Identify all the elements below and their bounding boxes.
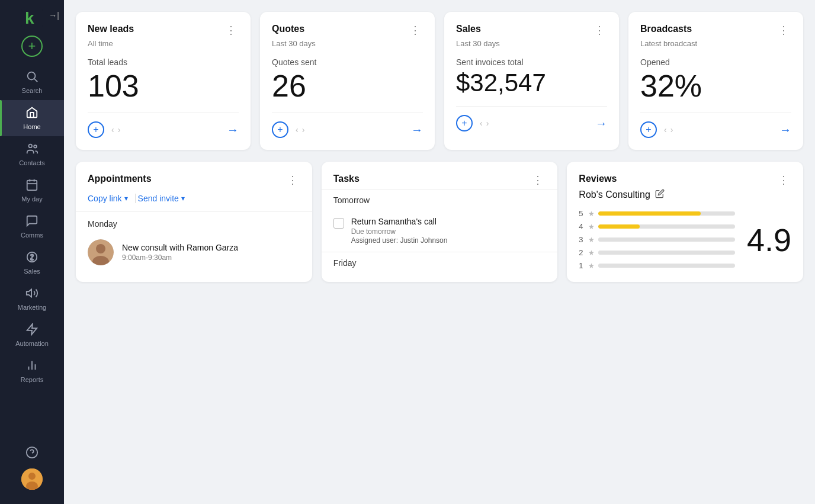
reviews-edit-icon[interactable] [655, 189, 665, 201]
broadcasts-add-button[interactable]: + [640, 121, 657, 138]
quotes-metric-value: 26 [272, 69, 423, 103]
broadcasts-title: Broadcasts [640, 24, 692, 34]
quotes-arrow-button[interactable]: → [411, 123, 423, 137]
quotes-more-button[interactable]: ⋮ [408, 24, 423, 37]
quotes-card-footer: + ‹ › → [272, 113, 423, 138]
broadcasts-card-header: Broadcasts ⋮ [640, 24, 791, 37]
sidebar-item-comms[interactable]: Comms [0, 208, 64, 245]
reviews-card-header: Reviews ⋮ [579, 174, 791, 187]
broadcasts-arrow-button[interactable]: → [779, 123, 791, 137]
send-invite-button[interactable]: Send invite ▾ [138, 194, 190, 203]
sidebar-collapse-button[interactable]: →| [49, 11, 59, 20]
review-bar-track-3 [598, 237, 735, 242]
svg-line-3 [34, 79, 37, 82]
task-checkbox[interactable] [333, 218, 344, 229]
appointment-avatar [88, 239, 114, 265]
sidebar-item-automation[interactable]: Automation [0, 317, 64, 353]
quotes-card-header: Quotes ⋮ [272, 24, 423, 37]
sales-metric-value: $32,547 [456, 69, 607, 97]
review-bar-4: 4 ★ [579, 222, 735, 231]
task-item: Return Samantha's call Due tomorrow Assi… [322, 210, 558, 252]
new-leads-prev-button[interactable]: ‹ [111, 125, 114, 134]
review-bar-1: 1 ★ [579, 261, 735, 270]
app-logo: k [21, 7, 43, 31]
sidebar-item-marketing[interactable]: Marketing [0, 281, 64, 317]
sales-prev-button[interactable]: ‹ [480, 118, 483, 128]
sidebar-item-contacts[interactable]: Contacts [0, 136, 64, 172]
task-due: Due tomorrow [351, 227, 448, 236]
sidebar-nav: Search Home Contacts My day [0, 64, 64, 446]
sales-card-footer: + ‹ › → [456, 106, 607, 131]
appointments-more-button[interactable]: ⋮ [285, 174, 300, 187]
new-leads-card: New leads ⋮ All time Total leads 103 + ‹… [76, 12, 251, 150]
svg-rect-6 [27, 181, 37, 191]
reviews-bars: 5 ★ 4 ★ 3 ★ [579, 209, 735, 270]
quotes-next-button[interactable]: › [302, 125, 305, 134]
calendar-icon [25, 178, 38, 193]
new-leads-arrow-button[interactable]: → [227, 123, 239, 137]
svg-marker-11 [27, 290, 31, 297]
svg-point-19 [28, 473, 36, 480]
review-bar-track-2 [598, 251, 735, 255]
broadcasts-nav: ‹ › [664, 125, 673, 134]
tasks-card: Tasks ⋮ Tomorrow Return Samantha's call … [322, 162, 558, 282]
quotes-title: Quotes [272, 24, 304, 34]
user-avatar[interactable] [21, 468, 43, 490]
sidebar-item-my-day[interactable]: My day [0, 172, 64, 208]
sidebar-item-sales[interactable]: Sales [0, 245, 64, 281]
reviews-card: Reviews ⋮ Rob's Consulting 5 ★ [567, 162, 803, 282]
sales-arrow-button[interactable]: → [595, 117, 607, 130]
review-bar-track-4 [598, 224, 735, 229]
sales-next-button[interactable]: › [486, 118, 489, 128]
search-icon [25, 70, 38, 85]
sales-more-button[interactable]: ⋮ [592, 24, 607, 37]
broadcasts-card: Broadcasts ⋮ Latest broadcast Opened 32%… [628, 12, 803, 150]
broadcasts-subtitle: Latest broadcast [640, 39, 791, 48]
broadcasts-next-button[interactable]: › [670, 125, 673, 134]
reviews-content: 5 ★ 4 ★ 3 ★ [579, 209, 791, 270]
svg-point-2 [28, 72, 36, 80]
sidebar-item-reports[interactable]: Reports [0, 353, 64, 389]
new-leads-metric-value: 103 [88, 69, 239, 103]
appointments-card: Appointments ⋮ Copy link ▾ Send invite ▾… [76, 162, 312, 282]
reviews-title: Reviews [579, 174, 617, 184]
new-leads-add-button[interactable]: + [88, 121, 104, 138]
tasks-more-button[interactable]: ⋮ [530, 174, 546, 187]
add-button[interactable]: + [21, 36, 43, 57]
comms-icon [25, 214, 38, 229]
copy-link-chevron-icon: ▾ [124, 194, 128, 203]
appointment-time: 9:00am-9:30am [122, 253, 238, 262]
svg-text:k: k [25, 9, 34, 27]
review-bar-3: 3 ★ [579, 235, 735, 244]
help-button[interactable] [25, 446, 38, 461]
quotes-metric-label: Quotes sent [272, 57, 423, 67]
reports-icon [25, 359, 38, 374]
new-leads-more-button[interactable]: ⋮ [223, 24, 239, 37]
appointments-title: Appointments [88, 174, 152, 184]
quotes-card: Quotes ⋮ Last 30 days Quotes sent 26 + ‹… [260, 12, 435, 150]
appointment-item: New consult with Ramon Garza 9:00am-9:30… [76, 233, 312, 271]
star-icon-3: ★ [588, 236, 595, 244]
new-leads-metric-label: Total leads [88, 57, 239, 67]
copy-link-button[interactable]: Copy link ▾ [88, 194, 133, 203]
quotes-prev-button[interactable]: ‹ [296, 125, 299, 134]
marketing-icon [25, 287, 38, 301]
sidebar-bottom [21, 446, 43, 497]
sidebar-item-search[interactable]: Search [0, 64, 64, 100]
quotes-add-button[interactable]: + [272, 121, 288, 138]
task-name: Return Samantha's call [351, 217, 448, 226]
new-leads-next-button[interactable]: › [118, 125, 121, 134]
review-bar-5: 5 ★ [579, 209, 735, 218]
contacts-icon [25, 142, 38, 157]
sales-icon [25, 251, 38, 265]
broadcasts-more-button[interactable]: ⋮ [776, 24, 791, 37]
send-invite-chevron-icon: ▾ [181, 194, 185, 203]
svg-marker-12 [27, 324, 37, 335]
appointments-actions: Copy link ▾ Send invite ▾ [76, 187, 312, 212]
reviews-more-button[interactable]: ⋮ [776, 174, 791, 187]
review-bar-2: 2 ★ [579, 248, 735, 257]
sidebar-item-home[interactable]: Home [0, 100, 64, 136]
broadcasts-prev-button[interactable]: ‹ [664, 125, 667, 134]
sales-add-button[interactable]: + [456, 115, 473, 131]
star-icon-4: ★ [588, 223, 595, 231]
